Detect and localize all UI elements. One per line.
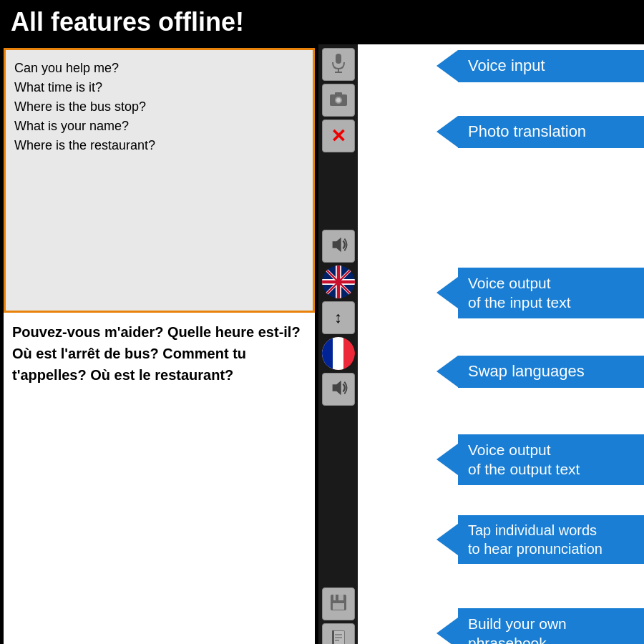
- voice-input-label: Voice input: [458, 50, 644, 82]
- input-text: Can you help me? What time is it? Where …: [14, 59, 304, 155]
- tap-pronunciation-label: Tap individual wordsto hear pronunciatio…: [458, 515, 644, 564]
- output-area: Pouvez-vous m'aider? Quelle heure est-il…: [4, 313, 315, 644]
- uk-flag-icon: [322, 265, 355, 298]
- toolbar: ✕: [318, 44, 358, 644]
- right-panel: Voice input Photo translation Voice outp…: [358, 44, 644, 644]
- main-layout: Can you help me? What time is it? Where …: [0, 44, 644, 644]
- voice-input-callout: Voice input: [436, 50, 644, 82]
- swap-languages-arrow: [436, 356, 458, 387]
- phrasebook-callout: Build your ownphrasebook: [436, 608, 644, 644]
- book-icon: [329, 629, 348, 644]
- photo-translation-label: Photo translation: [458, 116, 644, 148]
- clear-button[interactable]: ✕: [322, 119, 355, 152]
- swap-button[interactable]: ↕: [322, 301, 355, 334]
- clear-icon: ✕: [331, 125, 346, 147]
- save-button[interactable]: [322, 587, 355, 620]
- voice-output-output-callout: Voice outputof the output text: [436, 434, 644, 485]
- photo-translation-callout: Photo translation: [436, 116, 644, 148]
- english-flag-button[interactable]: [322, 265, 355, 298]
- input-area[interactable]: Can you help me? What time is it? Where …: [4, 48, 315, 313]
- svg-rect-33: [332, 630, 334, 644]
- output-text: Pouvez-vous m'aider? Quelle heure est-il…: [12, 321, 306, 386]
- fr-flag-icon: [322, 337, 355, 370]
- swap-languages-callout: Swap languages: [436, 356, 644, 388]
- app-title: All features offline!: [11, 7, 244, 37]
- phrasebook-arrow: [436, 618, 458, 644]
- svg-point-5: [336, 98, 341, 102]
- speak-output-button[interactable]: [322, 373, 355, 406]
- svg-rect-6: [335, 92, 342, 95]
- tap-pronunciation-callout: Tap individual wordsto hear pronunciatio…: [436, 515, 644, 564]
- camera-icon: [329, 91, 348, 109]
- swap-languages-label: Swap languages: [458, 356, 644, 388]
- mic-button[interactable]: [322, 48, 355, 81]
- svg-marker-7: [332, 238, 341, 252]
- svg-rect-0: [336, 54, 341, 64]
- svg-rect-26: [336, 595, 338, 600]
- voice-output-output-arrow: [436, 444, 458, 475]
- speaker-input-icon: [329, 235, 348, 257]
- voice-output-input-arrow: [436, 277, 458, 308]
- speak-input-button[interactable]: [322, 230, 355, 263]
- phrasebook-label: Build your ownphrasebook: [458, 608, 644, 644]
- save-icon: [329, 593, 348, 615]
- header: All features offline!: [0, 0, 644, 44]
- svg-marker-23: [332, 381, 341, 395]
- voice-output-input-label: Voice outputof the input text: [458, 268, 644, 318]
- voice-output-input-callout: Voice outputof the input text: [436, 268, 644, 318]
- photo-translation-arrow: [436, 116, 458, 147]
- phrasebook-button[interactable]: [322, 623, 355, 644]
- svg-rect-27: [333, 603, 344, 610]
- french-flag-button[interactable]: [322, 337, 355, 370]
- tap-pronunciation-arrow: [436, 524, 458, 555]
- voice-output-output-label: Voice outputof the output text: [458, 434, 644, 485]
- camera-button[interactable]: [322, 84, 355, 117]
- speaker-output-icon: [329, 379, 348, 400]
- svg-rect-21: [322, 337, 333, 370]
- left-panel: Can you help me? What time is it? Where …: [0, 44, 318, 644]
- swap-icon: ↕: [334, 308, 342, 327]
- voice-input-arrow: [436, 50, 458, 82]
- mic-icon: [330, 53, 347, 76]
